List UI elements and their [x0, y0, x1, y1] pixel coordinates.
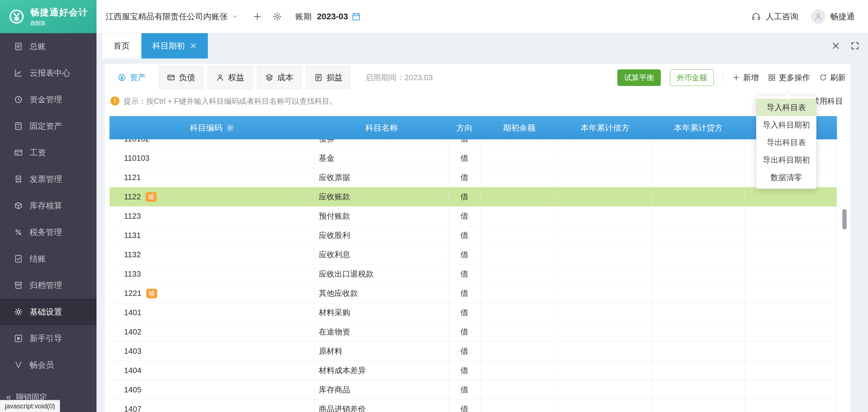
cell-opening-balance — [480, 149, 558, 168]
cell-ytd-credit — [652, 168, 745, 187]
sidebar-item-label: 新手引导 — [30, 333, 62, 344]
subtab[interactable]: 权益 — [208, 66, 252, 89]
table-row[interactable]: 1403原材料借 — [110, 342, 837, 361]
add-subject-button[interactable]: 新增 — [732, 72, 759, 83]
table-row[interactable]: 110103基金借 — [110, 149, 837, 168]
table-body-inner: 110102债券借110103基金借1121应收票据借1122辅应收账款借112… — [110, 139, 837, 412]
scrollbar-thumb[interactable] — [842, 209, 846, 229]
tabbar: 首页 科目期初 — [96, 33, 868, 59]
close-panel-icon[interactable] — [831, 41, 840, 51]
trial-balance-button[interactable]: 试算平衡 — [617, 69, 661, 86]
sidebar-item[interactable]: 总账 — [0, 33, 96, 60]
dropdown-item[interactable]: 数据清零 — [756, 168, 816, 186]
chevron-down-icon — [231, 13, 239, 20]
subtab[interactable]: 资产 — [110, 66, 154, 89]
cell-ytd-credit — [652, 284, 745, 303]
sidebar-item[interactable]: 云报表中心 — [0, 60, 96, 86]
table-row[interactable]: 1131应收股利借 — [110, 226, 837, 245]
support-link[interactable]: 人工咨询 — [766, 11, 798, 22]
table-row[interactable]: 1123预付账款借 — [110, 207, 837, 226]
cell-extra — [745, 264, 837, 284]
period-value[interactable]: 2023-03 — [317, 12, 348, 22]
foreign-currency-button[interactable]: 外币金额 — [670, 69, 714, 86]
cell-ytd-debit — [558, 245, 652, 264]
dropdown-item[interactable]: 导出科目期初 — [756, 151, 816, 168]
avatar[interactable] — [811, 9, 826, 24]
table-row[interactable]: 110102债券借 — [110, 139, 837, 149]
tab-home[interactable]: 首页 — [102, 33, 141, 59]
header-ytd-debit: 本年累计借方 — [558, 116, 652, 139]
cell-code: 1402 — [110, 322, 315, 341]
sidebar-item[interactable]: 归档管理 — [0, 272, 96, 298]
tab-close-icon[interactable] — [190, 42, 197, 50]
subtab[interactable]: 负债 — [159, 66, 203, 89]
column-settings-gear-icon[interactable] — [226, 124, 234, 132]
table-row[interactable]: 1133应收出口退税款借 — [110, 264, 837, 284]
toolbar: 资产负债权益成本损益 启用期间：2023.03 试算平衡 外币金额 新增 更多操… — [105, 64, 850, 91]
company-selector[interactable]: 江西服宝精品有限责任公司内账张 — [105, 11, 239, 22]
sidebar-item[interactable]: 基础设置 — [0, 298, 96, 325]
table-row[interactable]: 1221辅其他应收款借 — [110, 284, 837, 303]
sidebar-item-label: 总账 — [30, 41, 46, 52]
box-icon — [14, 201, 23, 210]
sidebar-item[interactable]: 固定资产 — [0, 113, 96, 139]
dropdown-item[interactable]: 导入科目期初 — [756, 116, 816, 134]
grid-icon — [768, 73, 776, 82]
refresh-button[interactable]: 刷新 — [819, 72, 846, 83]
card-icon — [167, 73, 175, 82]
tab-subject-initial[interactable]: 科目期初 — [142, 33, 208, 59]
cell-name: 在途物资 — [315, 322, 448, 341]
cell-name: 应收票据 — [315, 168, 448, 187]
dropdown-item[interactable]: 导出科目表 — [756, 134, 816, 151]
add-account-set-icon[interactable] — [252, 12, 262, 22]
cell-name: 其他应收款 — [315, 284, 448, 303]
dropdown-item[interactable]: 导入科目表 — [756, 99, 816, 116]
table-row[interactable]: 1121应收票据借 — [110, 168, 837, 187]
cell-ytd-credit — [652, 264, 745, 284]
table-row[interactable]: 1401材料采购借 — [110, 303, 837, 322]
cell-name: 应收利息 — [315, 245, 448, 264]
cell-name: 基金 — [315, 149, 448, 168]
table-row[interactable]: 1405库存商品借 — [110, 380, 837, 400]
cell-extra — [745, 380, 837, 399]
sidebar-menu: 总账云报表中心资金管理固定资产工资发票管理库存核算税务管理结账归档管理基础设置新… — [0, 33, 96, 378]
table-row[interactable]: 1132应收利息借 — [110, 245, 837, 264]
sidebar-item[interactable]: 工资 — [0, 139, 96, 166]
cell-name: 商品进销差价 — [315, 400, 448, 412]
person-icon — [814, 12, 823, 21]
sidebar-item[interactable]: 发票管理 — [0, 166, 96, 192]
calendar-icon[interactable] — [352, 12, 361, 21]
chart-icon — [14, 68, 23, 77]
sidebar-item[interactable]: 库存核算 — [0, 192, 96, 219]
sidebar-item[interactable]: 畅会员 — [0, 352, 96, 378]
sidebar-item[interactable]: 新手引导 — [0, 325, 96, 352]
cell-opening-balance — [480, 380, 558, 399]
headset-icon — [751, 12, 761, 22]
sidebar-item[interactable]: 结账 — [0, 246, 96, 272]
account-settings-gear-icon[interactable] — [272, 12, 282, 22]
cell-name: 原材料 — [315, 342, 448, 361]
cell-ytd-credit — [652, 322, 745, 341]
cell-opening-balance — [480, 361, 558, 380]
subjects-table: 科目编码 科目名称 方向 期初余额 本年累计借方 本年累计贷方 110102债券… — [110, 116, 837, 412]
sidebar-item[interactable]: 资金管理 — [0, 86, 96, 113]
more-actions-button[interactable]: 更多操作 — [768, 72, 810, 83]
fullscreen-icon[interactable] — [850, 41, 860, 51]
cell-extra — [745, 303, 837, 322]
table-row[interactable]: 1407商品进销差价借 — [110, 400, 837, 412]
cell-ytd-debit — [558, 400, 652, 412]
cell-extra — [745, 284, 837, 303]
subtab[interactable]: 成本 — [257, 66, 302, 89]
cell-direction: 借 — [448, 245, 480, 264]
subject-category-tabs: 资产负债权益成本损益 — [110, 66, 351, 89]
subtab[interactable]: 损益 — [306, 66, 351, 89]
table-row[interactable]: 1404材料成本差异借 — [110, 361, 837, 380]
cell-ytd-debit — [558, 207, 652, 226]
table-row[interactable]: 1402在途物资借 — [110, 322, 837, 342]
table-row[interactable]: 1122辅应收账款借 — [110, 187, 837, 207]
sidebar-item-label: 畅会员 — [30, 359, 54, 370]
sidebar-item[interactable]: 税务管理 — [0, 219, 96, 246]
tip-row: ! 提示：按Ctrl + F键并输入科目编码或者科目名称可以查找科目。 禁用科目 — [105, 91, 850, 111]
warning-icon: ! — [111, 97, 119, 105]
cell-extra — [745, 400, 837, 412]
